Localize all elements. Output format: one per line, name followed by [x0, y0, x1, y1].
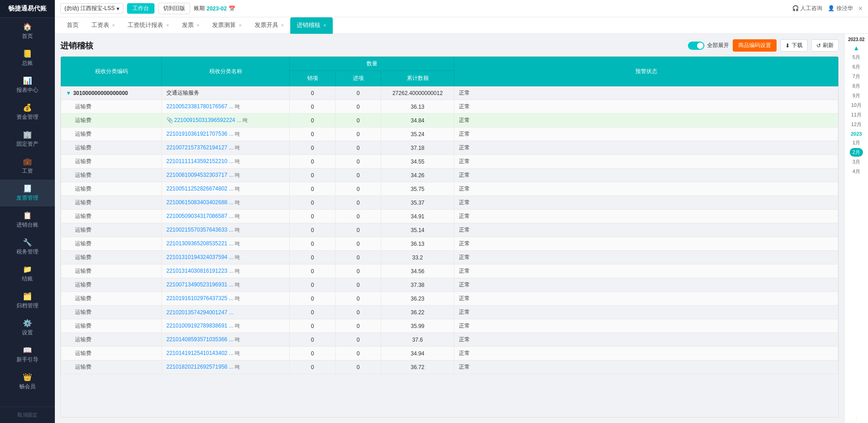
table-row[interactable]: 运输费 22101916102976437325 ... 吨 0 0 36.23… — [61, 292, 838, 306]
table-row[interactable]: 运输费 22101910361921707536 ... 吨 0 0 35.24… — [61, 127, 838, 141]
sidebar-item-salary[interactable]: 💼 工资 — [0, 153, 55, 180]
table-row[interactable]: 运输费 22101820212692571958 ... 吨 0 0 36.72… — [61, 360, 838, 374]
guide-icon: 📖 — [23, 346, 32, 354]
cell-tax-name: 交通运输服务 — [162, 86, 290, 100]
tab-close-icon[interactable]: × — [323, 22, 326, 28]
sidebar-unpin[interactable]: 取消固定 — [0, 407, 55, 423]
toggle-switch[interactable] — [688, 42, 704, 50]
table-row[interactable]: 运输费 22100511252826674802 ... 吨 0 0 35.75… — [61, 182, 838, 196]
table-row[interactable]: 运输费 22100523381780176567 ... 吨 0 0 36.13… — [61, 100, 838, 114]
sidebar-item-ledger[interactable]: 📒 总账 — [0, 45, 55, 72]
timeline-month-5[interactable]: 5月 — [850, 53, 863, 62]
timeline-month-3[interactable]: 3月 — [850, 158, 863, 166]
sidebar-item-label: 设置 — [22, 329, 33, 337]
company-selector[interactable]: (勿动) 江西报宝-LSS ▾ — [60, 3, 123, 14]
timeline-month-9[interactable]: 9月 — [850, 91, 863, 100]
salary-icon: 💼 — [23, 157, 32, 166]
tab-close-icon[interactable]: × — [197, 22, 199, 28]
tab-home[interactable]: 首页 — [60, 17, 85, 34]
sidebar-item-archive[interactable]: 🗂️ 归档管理 — [0, 287, 55, 314]
cell-invoice-no: 22100215570357643633 ... 吨 — [162, 223, 290, 237]
tab-close-icon[interactable]: × — [239, 22, 241, 28]
tab-salary-stats[interactable]: 工资统计报表 × — [121, 17, 175, 34]
content-area: 进销稽核 全部展开 商品编码设置 ⬇ 下载 ↺ 刷新 — [55, 34, 868, 423]
table-row[interactable]: 运输费 22100810094532303717 ... 吨 0 0 34.26… — [61, 169, 838, 182]
table-row[interactable]: 运输费 22100215570357643633 ... 吨 0 0 35.14… — [61, 223, 838, 237]
cell-purchase: 0 — [335, 210, 381, 223]
refresh-icon: ↺ — [816, 42, 821, 49]
cell-sales: 0 — [290, 210, 335, 223]
table-row[interactable]: 运输费 22101111143592152210 ... 吨 0 0 34.55… — [61, 155, 838, 169]
tab-close-icon[interactable]: × — [112, 22, 115, 28]
tab-sales-reconcile[interactable]: 进销稽核 × — [290, 17, 332, 34]
table-row[interactable]: 运输费 22101309365208535221 ... 吨 0 0 36.13… — [61, 237, 838, 251]
timeline-month-7[interactable]: 7月 — [850, 72, 863, 81]
tab-close-icon[interactable]: × — [281, 22, 284, 28]
sidebar-item-label: 结账 — [22, 275, 33, 283]
sidebar-item-guide[interactable]: 📖 新手引导 — [0, 341, 55, 368]
sidebar-item-home[interactable]: 🏠 首页 — [0, 18, 55, 45]
calendar-icon[interactable]: 📅 — [229, 5, 235, 12]
cell-sales: 0 — [290, 127, 335, 141]
sidebar-item-reports[interactable]: 📊 报表中心 — [0, 72, 55, 99]
col-purchase: 进项 — [335, 71, 381, 86]
tab-invoice-calc[interactable]: 发票测算 × — [206, 17, 248, 34]
tab-salary-table[interactable]: 工资表 × — [85, 17, 121, 34]
table-row[interactable]: 运输费 22100615083403402688 ... 吨 0 0 35.37… — [61, 196, 838, 210]
table-row[interactable]: 运输费 22101310194324037594 ... 吨 0 0 33.2 … — [61, 251, 838, 264]
tab-close-icon[interactable]: × — [166, 22, 169, 28]
user-info[interactable]: 👤 徐泾华 — [828, 5, 852, 12]
sidebar-item-funds[interactable]: 💰 资金管理 — [0, 99, 55, 126]
sidebar-item-invoice[interactable]: 🧾 发票管理 — [0, 180, 55, 206]
table-row[interactable]: 运输费 22101009192789838691 ... 吨 0 0 35.99… — [61, 319, 838, 333]
table-row[interactable]: 运输费 22100509034317086587 ... 吨 0 0 34.91… — [61, 210, 838, 223]
tag-label: 吨 — [235, 104, 240, 109]
sidebar-item-member[interactable]: 👑 畅会员 — [0, 368, 55, 395]
archive-icon: 🗂️ — [23, 292, 32, 301]
cell-cumulative: 34.26 — [381, 169, 454, 182]
support-label[interactable]: 🎧 人工咨询 — [792, 5, 822, 12]
timeline-month-6[interactable]: 6月 — [850, 63, 863, 71]
cell-purchase: 0 — [335, 306, 381, 319]
tag-label: 吨 — [235, 296, 240, 301]
sidebar-item-assets[interactable]: 🏢 固定资产 — [0, 126, 55, 153]
switch-version-button[interactable]: 切到旧版 — [158, 3, 190, 14]
close-button[interactable]: × — [858, 5, 863, 13]
cell-purchase: 0 — [335, 114, 381, 127]
table-row[interactable]: 运输费 22102013574294001247 ... 0 0 36.22 正… — [61, 306, 838, 319]
download-button[interactable]: ⬇ 下载 — [780, 39, 808, 52]
refresh-button[interactable]: ↺ 刷新 — [811, 39, 839, 52]
sidebar-item-close[interactable]: 📁 结账 — [0, 260, 55, 287]
cell-purchase: 0 — [335, 86, 381, 100]
sidebar-item-tax[interactable]: 🔧 税务管理 — [0, 233, 55, 260]
app-logo: 畅捷通易代账 — [0, 0, 55, 18]
cell-status: 正常 — [454, 141, 838, 155]
tab-invoice-issue[interactable]: 发票开具 × — [248, 17, 290, 34]
table-row[interactable]: 运输费 22100721573762194127 ... 吨 0 0 37.18… — [61, 141, 838, 155]
table-row[interactable]: 运输费 22101408593571035366 ... 吨 0 0 37.6 … — [61, 333, 838, 347]
cell-cumulative: 33.2 — [381, 251, 454, 264]
timeline-month-12[interactable]: 12月 — [848, 120, 864, 129]
timeline-month-10[interactable]: 10月 — [848, 101, 864, 110]
page-actions: 全部展开 商品编码设置 ⬇ 下载 ↺ 刷新 — [688, 39, 839, 52]
timeline-month-1[interactable]: 1月 — [850, 138, 863, 147]
tab-invoice[interactable]: 发票 × — [176, 17, 206, 34]
timeline-month-8[interactable]: 8月 — [850, 82, 863, 90]
scroll-hint: ⋮ — [854, 416, 859, 421]
timeline-month-2[interactable]: 2月 — [850, 148, 863, 157]
table-row[interactable]: 运输费 22100713490523196931 ... 吨 0 0 37.38… — [61, 278, 838, 292]
table-row[interactable]: 运输费 📎22100915031396592224 ... 吨 0 0 34.8… — [61, 114, 838, 127]
table-row[interactable]: ▼301000000000000000 交通运输服务 0 0 27262.400… — [61, 86, 838, 100]
timeline-month-11[interactable]: 11月 — [848, 111, 864, 119]
tax-icon: 🔧 — [23, 238, 32, 247]
table-row[interactable]: 运输费 22101419125410143402 ... 吨 0 0 34.94… — [61, 347, 838, 360]
timeline-month-4[interactable]: 4月 — [850, 167, 863, 176]
product-code-settings-button[interactable]: 商品编码设置 — [733, 39, 777, 52]
sidebar-item-settings[interactable]: ⚙️ 设置 — [0, 314, 55, 341]
sidebar-item-purchase-sales[interactable]: 📋 进销台账 — [0, 206, 55, 233]
workspace-button[interactable]: 工作台 — [127, 3, 154, 14]
timeline-up-arrow[interactable]: ▲ — [853, 44, 860, 52]
expand-toggle[interactable]: 全部展开 — [688, 42, 729, 50]
table-row[interactable]: 运输费 22101314030816191223 ... 吨 0 0 34.56… — [61, 264, 838, 278]
sidebar-item-label: 固定资产 — [16, 140, 38, 148]
